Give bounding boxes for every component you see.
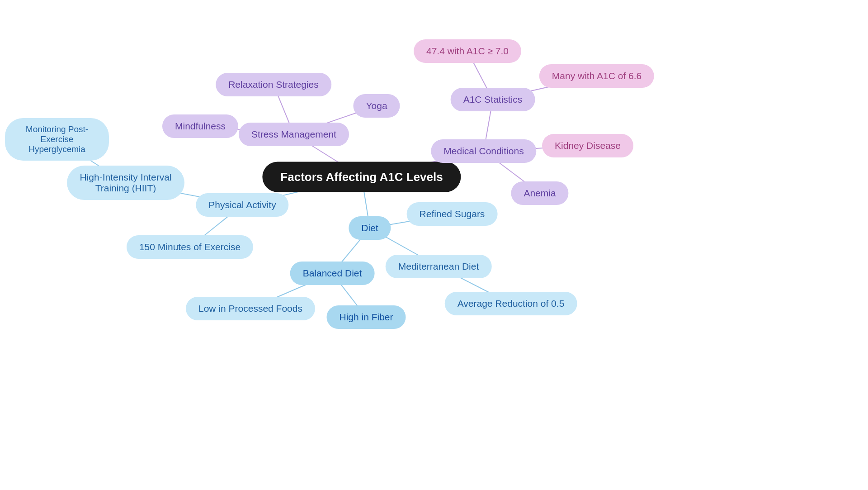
node-refinedSugars[interactable]: Refined Sugars xyxy=(407,202,498,226)
node-anemia[interactable]: Anemia xyxy=(511,181,568,205)
node-diet[interactable]: Diet xyxy=(349,216,391,240)
mind-map: Factors Affecting A1C LevelsStress Manag… xyxy=(0,0,868,490)
node-kidneyDisease[interactable]: Kidney Disease xyxy=(542,134,633,157)
node-stat474[interactable]: 47.4 with A1C ≥ 7.0 xyxy=(414,39,521,63)
node-mediterraneanDiet[interactable]: Mediterranean Diet xyxy=(386,255,492,278)
node-a1cStatistics[interactable]: A1C Statistics xyxy=(451,88,535,111)
node-lowProcessedFoods[interactable]: Low in Processed Foods xyxy=(186,297,315,320)
node-highInFiber[interactable]: High in Fiber xyxy=(326,305,406,329)
node-monitoringPostExercise[interactable]: Monitoring Post-Exercise Hyperglycemia xyxy=(5,118,109,161)
node-center[interactable]: Factors Affecting A1C Levels xyxy=(262,162,461,192)
node-stressManagement[interactable]: Stress Management xyxy=(239,123,349,146)
node-medicalConditions[interactable]: Medical Conditions xyxy=(431,139,536,163)
node-mindfulness[interactable]: Mindfulness xyxy=(162,114,238,138)
node-balancedDiet[interactable]: Balanced Diet xyxy=(290,262,375,285)
node-physicalActivity[interactable]: Physical Activity xyxy=(196,193,288,217)
node-exercise150[interactable]: 150 Minutes of Exercise xyxy=(127,235,253,259)
node-hiit[interactable]: High-Intensity Interval Training (HIIT) xyxy=(67,166,184,200)
node-yoga[interactable]: Yoga xyxy=(353,94,400,118)
node-relaxationStrategies[interactable]: Relaxation Strategies xyxy=(216,73,331,96)
node-manyA1C66[interactable]: Many with A1C of 6.6 xyxy=(539,64,654,88)
node-averageReduction[interactable]: Average Reduction of 0.5 xyxy=(445,292,577,315)
